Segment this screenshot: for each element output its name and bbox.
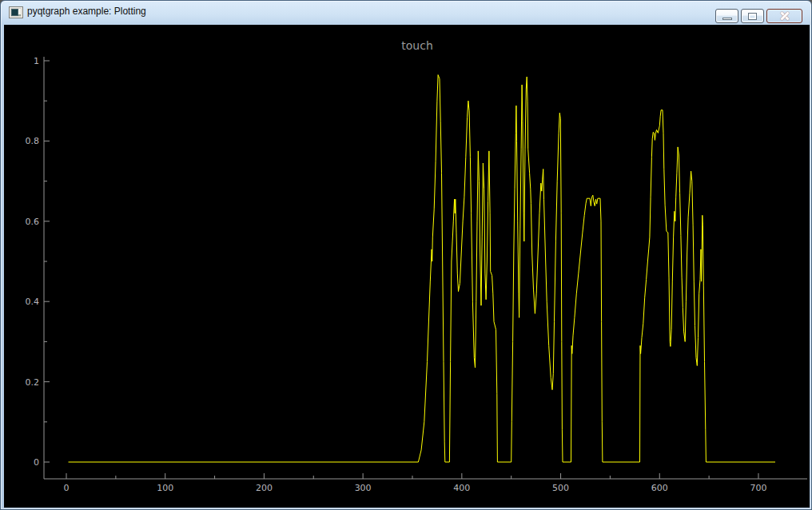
svg-text:700: 700 xyxy=(750,483,766,493)
svg-text:0: 0 xyxy=(64,483,70,493)
svg-text:500: 500 xyxy=(552,483,569,493)
maximize-icon xyxy=(748,13,757,20)
plot-canvas[interactable]: touch 00.20.40.60.8101002003004005006007… xyxy=(4,25,810,508)
plot-trace xyxy=(69,75,776,462)
app-window: pyqtgraph example: Plotting touch 00.20.… xyxy=(0,0,812,510)
titlebar[interactable]: pyqtgraph example: Plotting xyxy=(1,1,811,25)
maximize-button[interactable] xyxy=(741,9,764,23)
minimize-icon xyxy=(722,18,732,20)
minimize-button[interactable] xyxy=(715,9,738,23)
svg-text:100: 100 xyxy=(157,483,173,493)
svg-text:300: 300 xyxy=(355,483,372,493)
plot-axes: 00.20.40.60.810100200300400500600700 xyxy=(26,56,808,493)
svg-text:0.4: 0.4 xyxy=(26,297,40,307)
svg-text:600: 600 xyxy=(651,483,668,493)
plot-client-area: touch 00.20.40.60.8101002003004005006007… xyxy=(4,25,810,508)
svg-text:1: 1 xyxy=(34,56,39,66)
svg-text:0: 0 xyxy=(34,457,39,468)
app-icon xyxy=(9,6,23,18)
svg-text:0.6: 0.6 xyxy=(26,217,40,227)
close-icon xyxy=(780,12,790,20)
plot-title: touch xyxy=(401,39,433,52)
svg-text:0.8: 0.8 xyxy=(26,136,40,146)
svg-text:0.2: 0.2 xyxy=(26,377,40,388)
window-controls xyxy=(715,9,802,23)
window-title: pyqtgraph example: Plotting xyxy=(27,6,146,17)
svg-text:200: 200 xyxy=(256,483,273,493)
svg-text:400: 400 xyxy=(453,483,470,493)
close-button[interactable] xyxy=(766,9,802,23)
